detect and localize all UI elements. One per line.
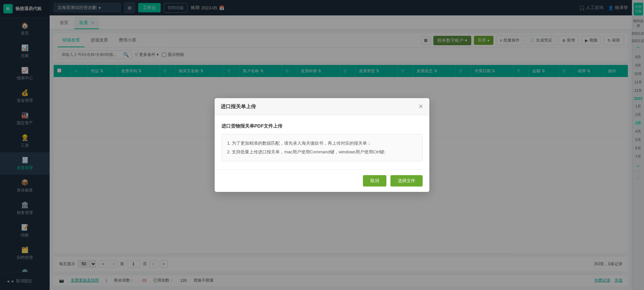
modal-cancel-label: 取消 (370, 178, 379, 183)
modal-info-item-1: 1. 为了更加精准的数据匹配，请先录入海关缴款书，再上传对应的报关单； (227, 139, 417, 148)
modal-title: 进口报关单上传 (221, 103, 256, 110)
modal-overlay[interactable]: 进口报关单上传 ✕ 进口货物报关单PDF文件上传 1. 为了更加精准的数据匹配，… (0, 0, 644, 290)
modal-body: 进口货物报关单PDF文件上传 1. 为了更加精准的数据匹配，请先录入海关缴款书，… (215, 115, 429, 169)
modal-cancel-btn[interactable]: 取消 (363, 175, 386, 187)
modal-info-box: 1. 为了更加精准的数据匹配，请先录入海关缴款书，再上传对应的报关单； 2. 支… (221, 134, 423, 161)
modal-header: 进口报关单上传 ✕ (215, 98, 429, 115)
modal-file-title: 进口货物报关单PDF文件上传 (221, 123, 423, 129)
modal-close-btn[interactable]: ✕ (418, 103, 423, 110)
import-modal: 进口报关单上传 ✕ 进口货物报关单PDF文件上传 1. 为了更加精准的数据匹配，… (215, 98, 429, 192)
modal-select-file-btn[interactable]: 选择文件 (390, 175, 423, 187)
modal-footer: 取消 选择文件 (215, 169, 429, 192)
modal-info-item-2: 2. 支持批量上传进口报关单，mac用户使用Command键，windows用户… (227, 148, 417, 156)
modal-select-file-label: 选择文件 (398, 178, 415, 183)
